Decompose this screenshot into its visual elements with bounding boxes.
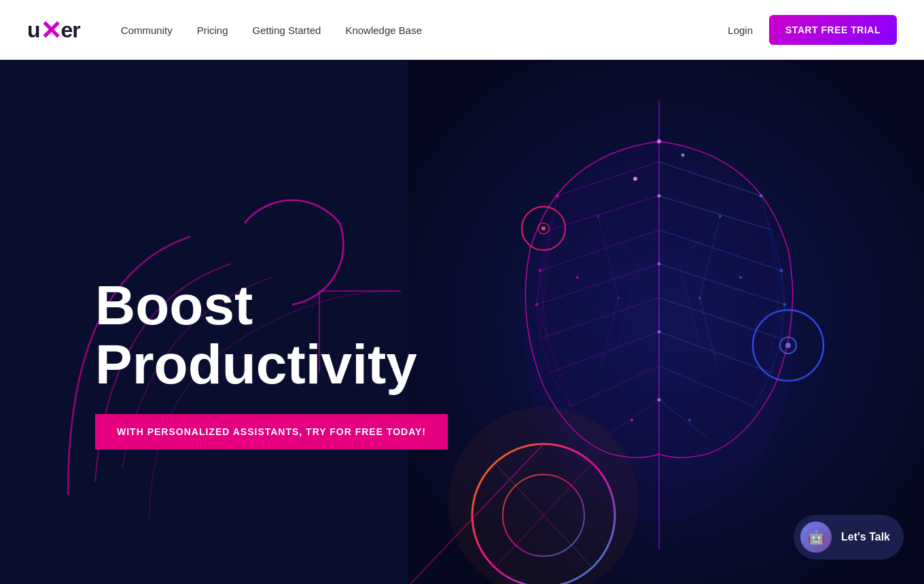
chat-avatar: 🤖 [800, 521, 832, 553]
navbar-left: u✕er Community Pricing Getting Started K… [27, 15, 422, 45]
chat-label: Let's Talk [841, 531, 890, 543]
hero-title-line2: Productivity [95, 333, 417, 395]
trial-button[interactable]: START FREE TRIAL [769, 15, 897, 45]
navbar-right: Login START FREE TRIAL [728, 15, 897, 45]
brain-visual-svg [408, 60, 924, 584]
logo-text-er: er [61, 18, 80, 43]
login-link[interactable]: Login [728, 24, 753, 36]
nav-community[interactable]: Community [121, 24, 173, 36]
hero-image-area [408, 60, 924, 584]
chat-widget[interactable]: 🤖 Let's Talk [794, 515, 904, 560]
svg-point-50 [556, 194, 559, 198]
nav-pricing[interactable]: Pricing [197, 24, 228, 36]
nav-links: Community Pricing Getting Started Knowle… [121, 24, 422, 36]
hero-section: Boost Productivity WITH PERSONALIZED ASS… [0, 60, 924, 584]
nav-knowledge-base[interactable]: Knowledge Base [345, 24, 422, 36]
logo[interactable]: u✕er [27, 15, 80, 45]
svg-point-53 [760, 194, 763, 198]
hero-title: Boost Productivity [95, 276, 448, 393]
hero-content: Boost Productivity WITH PERSONALIZED ASS… [95, 276, 448, 449]
logo-x: ✕ [40, 16, 61, 46]
logo-text-u: u [27, 18, 40, 43]
hero-title-line1: Boost [95, 274, 253, 336]
nav-getting-started[interactable]: Getting Started [253, 24, 321, 36]
cta-button[interactable]: WITH PERSONALIZED ASSISTANTS, TRY FOR FR… [95, 414, 448, 449]
chat-avatar-icon: 🤖 [808, 529, 825, 545]
navbar: u✕er Community Pricing Getting Started K… [0, 0, 924, 60]
